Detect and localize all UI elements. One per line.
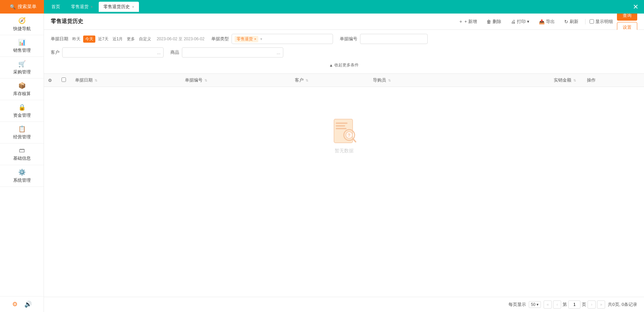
inventory-icon: 📦 [18,82,26,89]
date-filter: 单据日期 昨天 今天 近7天 近1月 更多 自定义 2023-06-02 至 2… [51,36,205,43]
th-date[interactable]: 单据日期 ⇅ [71,74,181,87]
volume-icon[interactable]: 🔊 [24,300,32,308]
goods-filter-label: 商品 [170,49,179,55]
amount-sort-icon: ⇅ [573,79,576,82]
display-detail-checkbox[interactable]: 显示明细 [590,19,613,25]
main-layout: 🧭 快捷导航 📊 销售管理 🛒 采购管理 📦 库存核算 🔒 资金管理 📋 经营管… [0,14,644,312]
goods-filter-input[interactable]: ... [182,47,283,58]
sidebar-item-system-mgmt[interactable]: ⚙️ 系统管理 [0,165,44,187]
refresh-icon: ↻ [564,19,568,24]
filter-area: 单据日期 昨天 今天 近7天 近1月 更多 自定义 2023-06-02 至 2… [44,30,644,74]
search-icon: 🔍 [10,4,16,9]
refresh-btn[interactable]: ↻ 刷新 [562,17,581,26]
empty-text: 暂无数据 [335,148,354,154]
new-btn[interactable]: ＋ + 新增 [456,17,480,26]
date-presets: 昨天 今天 近7天 近1月 更多 自定义 [71,36,152,43]
tab-retail-return-history-close[interactable]: × [132,5,134,9]
th-number[interactable]: 单据编号 ⇅ [181,74,291,87]
page-size-chevron-icon: ▾ [536,302,539,307]
page-number-input[interactable] [568,300,580,309]
th-settings[interactable]: ⚙ [44,74,57,87]
sidebar-item-quick-nav[interactable]: 🧭 快捷导航 [0,14,44,35]
page-size-select[interactable]: 50 ▾ [529,301,541,308]
top-bar-right: ✕ [633,3,644,11]
number-filter-label: 单据编号 [340,36,357,42]
window-close-btn[interactable]: ✕ [633,3,639,11]
export-btn[interactable]: 📤 导出 [536,17,557,26]
tab-retail-return[interactable]: 零售退货 × [66,2,97,12]
total-text: 共0页, 0条记录 [608,302,637,308]
print-btn[interactable]: 🖨 打印 ▾ [508,17,532,26]
svg-rect-1 [336,122,348,124]
settings-gear-icon[interactable]: ⚙ [48,78,52,83]
print-chevron-icon: ▾ [527,19,529,24]
table-header: ⚙ 单据日期 ⇅ 单据编号 ⇅ [44,74,644,87]
page-prev-btn[interactable]: ‹ [553,300,561,309]
sidebar-item-operations[interactable]: 📋 经营管理 [0,122,44,143]
th-amount[interactable]: 实销金额 ⇅ [463,74,582,87]
toolbar-divider [585,19,586,24]
empty-state-row: ? 暂无数据 [44,87,644,181]
basic-info-icon: 🗃 [19,147,25,154]
sidebar-item-basic-info[interactable]: 🗃 基础信息 [0,143,44,165]
customer-filter-input[interactable]: ... [62,47,164,58]
number-sort-icon: ⇅ [205,79,207,82]
sidebar-item-sales-mgmt[interactable]: 📊 销售管理 [0,35,44,57]
date-btn-yesterday[interactable]: 昨天 [71,36,82,43]
select-all-checkbox[interactable] [62,77,66,82]
search-menu-btn[interactable]: 🔍 搜索菜单 [0,0,44,14]
purchase-icon: 🛒 [18,60,26,68]
collapse-up-icon: ▲ [329,63,333,68]
th-customer[interactable]: 客户 ⇅ [291,74,369,87]
number-filter-input[interactable] [360,34,428,44]
delete-btn[interactable]: 🗑 删除 [484,17,504,26]
sidebar-bottom: ⚙ 🔊 [0,296,44,312]
tab-retail-return-close[interactable]: × [91,5,93,9]
guide-sort-icon: ⇅ [388,79,391,82]
export-icon: 📤 [539,19,545,24]
query-button[interactable]: 查询 [617,14,637,21]
tab-retail-return-history[interactable]: 零售退货历史 × [99,2,139,12]
type-tag: 零售退货 × [235,36,258,42]
content-area: 零售退货历史 ＋ + 新增 🗑 删除 🖨 打印 ▾ 📤 导出 [44,14,644,312]
type-filter-input[interactable]: 零售退货 × ▾ [232,34,333,44]
quick-nav-icon: 🧭 [18,17,26,24]
th-check[interactable] [57,74,71,87]
sidebar: 🧭 快捷导航 📊 销售管理 🛒 采购管理 📦 库存核算 🔒 资金管理 📋 经营管… [0,14,44,312]
data-table: ⚙ 单据日期 ⇅ 单据编号 ⇅ [44,74,644,181]
collapse-btn[interactable]: ▲ 收起更多条件 [325,61,363,69]
th-guide[interactable]: 导购员 ⇅ [369,74,463,87]
date-btn-more[interactable]: 更多 [125,36,136,43]
plus-icon: ＋ [458,19,463,25]
date-btn-7days[interactable]: 近7天 [97,36,110,43]
settings-bottom-icon[interactable]: ⚙ [12,300,18,308]
page-label: 第 [563,302,567,308]
goods-filter: 商品 ... [170,47,283,58]
number-filter: 单据编号 [340,34,428,44]
sidebar-item-purchase-mgmt[interactable]: 🛒 采购管理 [0,57,44,79]
empty-state: ? 暂无数据 [44,87,644,181]
sidebar-item-inventory[interactable]: 📦 库存核算 [0,79,44,100]
svg-rect-3 [336,128,347,129]
customer-filter-label: 客户 [51,49,59,55]
page-unit-label: 页 [582,302,586,308]
page-last-btn[interactable]: » [597,300,605,309]
page-first-btn[interactable]: « [544,300,552,309]
page-next-btn[interactable]: › [588,300,596,309]
tab-bar: 首页 零售退货 × 零售退货历史 × [44,2,633,12]
type-tag-close[interactable]: × [254,37,256,41]
tab-home[interactable]: 首页 [47,2,65,12]
page-title: 零售退货历史 [51,18,83,25]
goods-dots: ... [277,50,280,55]
system-icon: ⚙️ [18,169,26,176]
date-btn-today[interactable]: 今天 [83,36,95,43]
display-detail-input[interactable] [590,19,594,24]
date-btn-custom[interactable]: 自定义 [138,36,152,43]
filter-row-1: 单据日期 昨天 今天 近7天 近1月 更多 自定义 2023-06-02 至 2… [51,34,637,44]
sidebar-item-finance[interactable]: 🔒 资金管理 [0,100,44,122]
svg-line-6 [353,139,356,142]
date-btn-1month[interactable]: 近1月 [111,36,124,43]
top-bar: 🔍 搜索菜单 首页 零售退货 × 零售退货历史 × ✕ [0,0,644,14]
table-wrapper: ⚙ 单据日期 ⇅ 单据编号 ⇅ [44,74,644,297]
type-filter: 单据类型 零售退货 × ▾ [211,34,333,44]
